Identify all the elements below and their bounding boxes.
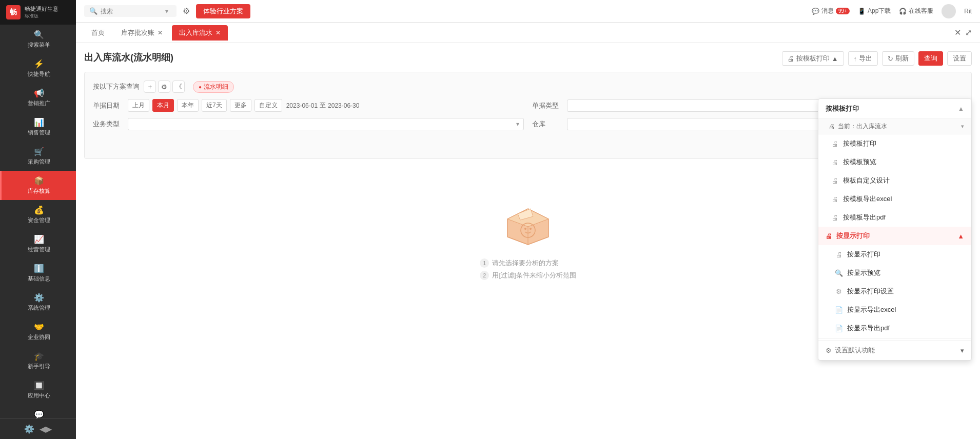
dropdown-icon-template-export-excel: 🖨 — [831, 195, 839, 203]
export-icon: ↑ — [854, 55, 857, 63]
sidebar-item-app-center[interactable]: 🔲 应用中心 — [0, 375, 76, 405]
biz-type-select[interactable]: ▾ — [128, 118, 524, 130]
tab-batch-account[interactable]: 库存批次账✕ — [114, 25, 170, 41]
sidebar-item-quick-nav[interactable]: ⚡ 快捷导航 — [0, 54, 76, 83]
template-print-button[interactable]: 🖨 按模板打印 ▲ — [782, 51, 844, 66]
dropdown-item-display-preview[interactable]: 🔍 按显示预览 — [818, 264, 971, 282]
dropdown-icon-template-print: 🖨 — [831, 139, 839, 148]
date-btn-近7天[interactable]: 近7天 — [202, 99, 227, 112]
sidebar-label-inventory: 库存核算 — [28, 187, 50, 195]
collapse-icon[interactable]: ◀▶ — [40, 424, 52, 434]
dropdown-item-display-print-settings[interactable]: ⚙ 按显示打印设置 — [818, 282, 971, 301]
footer-label: 设置默认功能 — [835, 346, 875, 355]
top-header: 🔍 ▾ ⚙ 体验行业方案 💬 消息 99+ 📱 App下载 🎧 — [76, 0, 980, 23]
search-actions: 按以下方案查询 ＋ ⚙ 《 — [93, 81, 185, 93]
sidebar-icon-basic-info: ℹ️ — [34, 264, 44, 273]
tab-home[interactable]: 首页 — [84, 25, 112, 41]
sidebar-item-sales[interactable]: 📊 销售管理 — [0, 112, 76, 142]
sidebar-item-purchase[interactable]: 🛒 采购管理 — [0, 142, 76, 171]
tab-label-home: 首页 — [91, 28, 105, 37]
dropdown-group-2: 🖨 按显示打印 🔍 按显示预览 ⚙ 按显示打印设置 📄 按显示导出excel 📄… — [818, 245, 971, 337]
header-search-box[interactable]: 🔍 ▾ — [84, 5, 177, 17]
dropdown-item-display-print[interactable]: 🖨 按显示打印 — [818, 245, 971, 264]
dropdown-footer[interactable]: ⚙ 设置默认功能 ▾ — [818, 340, 971, 360]
search-input[interactable] — [101, 8, 162, 15]
username-label[interactable]: Rit — [964, 8, 972, 15]
page-header-actions: 🖨 按模板打印 ▲ ↑ 导出 ↻ 刷新 查询 设置 — [782, 51, 972, 66]
tab-close-all-button[interactable]: ✕ — [954, 28, 961, 37]
dropdown-header: 按模板打印 ▲ — [818, 99, 971, 119]
dropdown-item-template-export-excel[interactable]: 🖨 按模板导出excel — [818, 190, 971, 208]
dropdown-item-template-preview[interactable]: 🖨 按模板预览 — [818, 153, 971, 171]
empty-hint-2: 2 用[过滤]条件来缩小分析范围 — [480, 271, 576, 280]
dropdown-item-template-custom[interactable]: 🖨 模板自定义设计 — [818, 171, 971, 190]
date-btn-更多[interactable]: 更多 — [230, 99, 251, 112]
sidebar-label-guide: 新手引导 — [28, 363, 50, 370]
query-button[interactable]: 查询 — [918, 51, 943, 66]
date-btn-自定义[interactable]: 自定义 — [254, 99, 282, 112]
sidebar-item-operations[interactable]: 📈 经营管理 — [0, 229, 76, 258]
dropdown-section-display[interactable]: 🖨 按显示打印 ▲ — [818, 227, 971, 245]
tab-inout-flow[interactable]: 出入库流水✕ — [172, 25, 228, 41]
sidebar-icon-wechat: 💬 — [34, 410, 44, 418]
sidebar-item-system[interactable]: ⚙️ 系统管理 — [0, 288, 76, 317]
dropdown-label-display-print: 按显示打印 — [847, 250, 880, 259]
search-dropdown-icon[interactable]: ▾ — [165, 8, 168, 15]
date-btn-上月[interactable]: 上月 — [128, 99, 149, 112]
dropdown-close-arrow[interactable]: ▲ — [958, 105, 964, 112]
add-condition-button[interactable]: ＋ — [144, 81, 156, 93]
search-label: 按以下方案查询 — [93, 82, 140, 91]
app-download-button[interactable]: 📱 App下载 — [858, 7, 891, 15]
hint-text-1: 请先选择要分析的方案 — [492, 258, 559, 268]
settings-button[interactable]: 设置 — [947, 51, 972, 66]
export-button[interactable]: ↑ 导出 — [848, 51, 878, 66]
dropdown-item-display-export-pdf[interactable]: 📄 按显示导出pdf — [818, 319, 971, 337]
sidebar-label-sales: 销售管理 — [28, 129, 50, 136]
date-btn-本年[interactable]: 本年 — [177, 99, 199, 112]
header-gear-icon[interactable]: ⚙ — [183, 6, 190, 16]
date-picker-group: 上月本月本年近7天更多自定义 — [128, 99, 282, 112]
dropdown-item-template-export-pdf[interactable]: 🖨 按模板导出pdf — [818, 208, 971, 227]
sidebar-item-search[interactable]: 🔍 搜索菜单 — [0, 25, 76, 54]
dropdown-item-template-print[interactable]: 🖨 按模板打印 — [818, 134, 971, 153]
sidebar-item-finance[interactable]: 💰 资金管理 — [0, 200, 76, 229]
phone-icon: 📱 — [858, 8, 866, 15]
tab-close-batch-account[interactable]: ✕ — [158, 29, 163, 36]
tab-label-batch-account: 库存批次账 — [121, 28, 154, 37]
sidebar-icon-sales: 📊 — [34, 117, 44, 127]
sidebar-item-inventory[interactable]: 📦 库存核算 — [0, 171, 76, 200]
template-print-arrow-icon: ▲ — [832, 55, 838, 63]
sidebar-icon-marketing: 📢 — [34, 88, 44, 98]
date-separator: 至 — [320, 101, 326, 110]
message-button[interactable]: 💬 消息 99+ — [812, 7, 850, 15]
tab-close-inout-flow[interactable]: ✕ — [215, 29, 221, 36]
sidebar-label-marketing: 营销推广 — [28, 99, 50, 107]
sidebar-icon-finance: 💰 — [34, 205, 44, 215]
date-btn-本月[interactable]: 本月 — [152, 99, 174, 112]
current-arrow-icon[interactable]: ▾ — [961, 123, 964, 130]
dropdown-icon-template-custom: 🖨 — [831, 176, 839, 185]
sidebar-label-system: 系统管理 — [28, 304, 50, 312]
avatar[interactable] — [942, 4, 956, 18]
svg-point-6 — [530, 228, 532, 230]
date-range: 2023-06-01 至 2023-06-30 — [286, 101, 360, 110]
sidebar-item-basic-info[interactable]: ℹ️ 基础信息 — [0, 258, 76, 288]
dropdown-item-display-export-excel[interactable]: 📄 按显示导出excel — [818, 301, 971, 319]
sidebar-footer: ⚙️ ◀▶ — [0, 418, 76, 439]
dropdown-label-display-export-pdf: 按显示导出pdf — [847, 324, 890, 333]
dropdown-icon-display-preview: 🔍 — [835, 269, 843, 277]
trial-button[interactable]: 体验行业方案 — [196, 4, 250, 18]
sidebar-item-marketing[interactable]: 📢 营销推广 — [0, 83, 76, 112]
settings-icon[interactable]: ⚙️ — [24, 424, 34, 434]
settings-small-icon: ⚙ — [826, 347, 832, 354]
tab-expand-button[interactable]: ⤢ — [965, 28, 972, 37]
condition-settings-button[interactable]: ⚙ — [158, 81, 170, 93]
online-service-button[interactable]: 🎧 在线客服 — [899, 7, 933, 15]
sidebar-item-guide[interactable]: 🎓 新手引导 — [0, 346, 76, 375]
refresh-button[interactable]: ↻ 刷新 — [882, 51, 914, 66]
filter-tag[interactable]: ● 流水明细 — [193, 81, 234, 93]
dropdown-label-display-export-excel: 按显示导出excel — [847, 305, 896, 314]
collapse-conditions-button[interactable]: 《 — [172, 81, 185, 93]
sidebar-item-cooperation[interactable]: 🤝 企业协同 — [0, 317, 76, 346]
sidebar-item-wechat[interactable]: 💬 企业微信 — [0, 405, 76, 418]
